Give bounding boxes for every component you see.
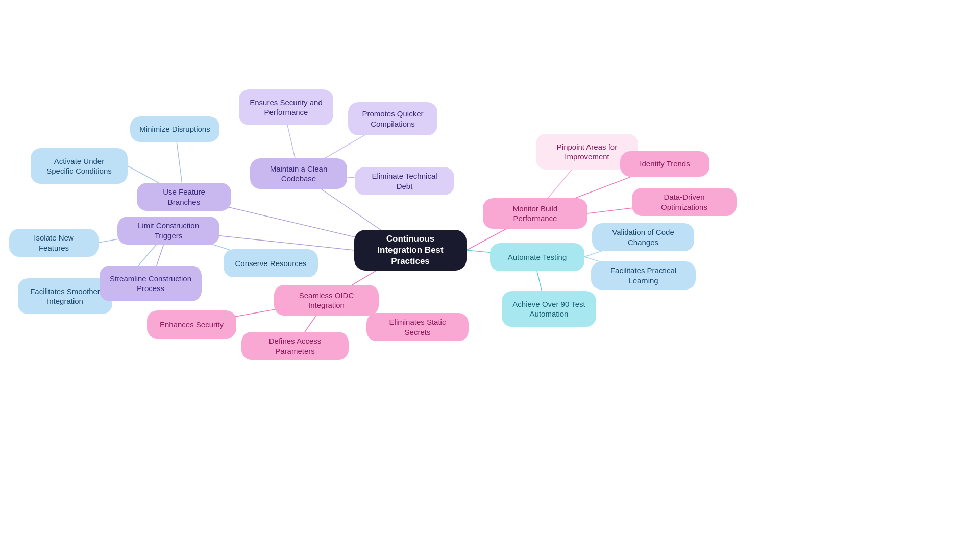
- node-ensures-security: Ensures Security and Performance: [239, 89, 333, 125]
- node-identify-trends: Identify Trends: [620, 151, 709, 177]
- node-isolate-new: Isolate New Features: [9, 229, 99, 257]
- node-automate-testing: Automate Testing: [490, 243, 584, 271]
- node-streamline-construction: Streamline Construction Process: [100, 266, 202, 301]
- node-facilitates-smoother: Facilitates Smoother Integration: [18, 278, 112, 314]
- node-enhances-security: Enhances Security: [147, 310, 236, 339]
- center-node: Continuous Integration Best Practices: [354, 230, 467, 271]
- node-seamless-oidc: Seamless OIDC Integration: [274, 285, 379, 316]
- node-limit-construction: Limit Construction Triggers: [117, 217, 219, 245]
- node-conserve-resources: Conserve Resources: [224, 249, 318, 277]
- node-achieve-over: Achieve Over 90 Test Automation: [502, 291, 596, 327]
- node-validation-code: Validation of Code Changes: [592, 223, 694, 251]
- node-minimize-disruptions: Minimize Disruptions: [130, 116, 219, 142]
- node-monitor-build: Monitor Build Performance: [483, 198, 587, 229]
- node-facilitates-practical: Facilitates Practical Learning: [591, 261, 696, 290]
- node-data-driven: Data-Driven Optimizations: [632, 188, 737, 216]
- node-activate-specific: Activate Under Specific Conditions: [31, 148, 128, 184]
- node-promotes-quicker: Promotes Quicker Compilations: [348, 102, 437, 135]
- node-eliminates-static: Eliminates Static Secrets: [366, 313, 469, 341]
- node-use-feature-branches: Use Feature Branches: [137, 183, 231, 211]
- node-defines-access: Defines Access Parameters: [241, 332, 349, 360]
- node-eliminate-technical: Eliminate Technical Debt: [355, 167, 454, 195]
- node-maintain-clean: Maintain a Clean Codebase: [250, 158, 347, 189]
